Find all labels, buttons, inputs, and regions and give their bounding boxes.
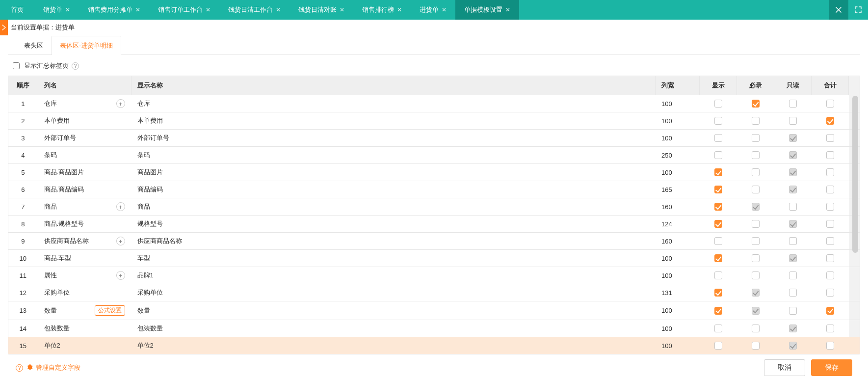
checkbox[interactable] <box>714 342 722 350</box>
cell-display[interactable]: 条码 <box>131 147 656 164</box>
close-icon[interactable]: ✕ <box>135 6 140 13</box>
cell-display[interactable]: 供应商商品名称 <box>131 233 656 250</box>
tab-home[interactable]: 首页 <box>0 0 34 20</box>
checkbox[interactable] <box>789 117 797 125</box>
inner-tab-1[interactable]: 表体区-进货单明细 <box>52 36 121 55</box>
checkbox[interactable] <box>826 325 834 332</box>
checkbox[interactable] <box>714 271 722 279</box>
checkbox[interactable] <box>826 342 834 350</box>
table-row[interactable]: 15单位2单位2100 <box>8 337 860 354</box>
cell-width[interactable]: 100 <box>656 130 700 147</box>
cell-display[interactable]: 品牌1 <box>131 267 656 284</box>
cell-display[interactable]: 单位2 <box>131 337 656 354</box>
th-show[interactable]: 显示 <box>700 76 737 95</box>
cell-width[interactable]: 100 <box>656 112 700 130</box>
th-total[interactable]: 合计 <box>812 76 849 95</box>
tab-2[interactable]: 销售订单工作台✕ <box>149 0 219 20</box>
checkbox[interactable] <box>714 151 722 159</box>
cell-display[interactable]: 采购单位 <box>131 284 656 301</box>
tab-6[interactable]: 进货单✕ <box>411 0 455 20</box>
checkbox[interactable] <box>752 134 760 142</box>
cell-display[interactable]: 车型 <box>131 250 656 267</box>
cell-width[interactable]: 100 <box>656 164 700 181</box>
add-icon[interactable]: + <box>116 271 125 280</box>
cell-display[interactable]: 商品图片 <box>131 164 656 181</box>
checkbox[interactable] <box>789 271 797 279</box>
checkbox[interactable] <box>789 307 797 315</box>
checkbox[interactable] <box>826 186 834 193</box>
cell-width[interactable]: 100 <box>656 95 700 112</box>
checkbox[interactable] <box>789 100 797 108</box>
table-row[interactable]: 9供应商商品名称+供应商商品名称160 <box>8 233 860 250</box>
checkbox[interactable] <box>826 237 834 245</box>
checkbox[interactable] <box>714 168 722 176</box>
checkbox[interactable] <box>826 271 834 279</box>
checkbox[interactable] <box>752 100 760 108</box>
checkbox[interactable] <box>826 289 834 297</box>
cell-display[interactable]: 外部订单号 <box>131 130 656 147</box>
checkbox[interactable] <box>826 134 834 142</box>
cell-width[interactable]: 100 <box>656 320 700 337</box>
table-row[interactable]: 10商品.车型车型100 <box>8 250 860 267</box>
checkbox[interactable] <box>826 203 834 211</box>
cell-width[interactable]: 100 <box>656 337 700 354</box>
cell-width[interactable]: 100 <box>656 250 700 267</box>
cell-display[interactable]: 规格型号 <box>131 216 656 233</box>
checkbox[interactable] <box>826 100 834 108</box>
checkbox[interactable] <box>752 168 760 176</box>
checkbox[interactable] <box>714 134 722 142</box>
checkbox[interactable] <box>752 271 760 279</box>
checkbox[interactable] <box>714 254 722 262</box>
checkbox[interactable] <box>714 220 722 228</box>
tab-5[interactable]: 销售排行榜✕ <box>353 0 411 20</box>
cell-width[interactable]: 100 <box>656 267 700 284</box>
checkbox[interactable] <box>789 203 797 211</box>
checkbox[interactable] <box>714 117 722 125</box>
table-row[interactable]: 4条码条码250 <box>8 147 860 164</box>
checkbox[interactable] <box>826 307 834 315</box>
add-icon[interactable]: + <box>116 99 125 108</box>
table-row[interactable]: 8商品.规格型号规格型号124 <box>8 216 860 233</box>
table-row[interactable]: 2本单费用本单费用100 <box>8 112 860 130</box>
table-row[interactable]: 5商品.商品图片商品图片100 <box>8 164 860 181</box>
checkbox[interactable] <box>826 254 834 262</box>
inner-tab-0[interactable]: 表头区 <box>16 36 52 55</box>
checkbox[interactable] <box>714 289 722 297</box>
checkbox[interactable] <box>752 186 760 193</box>
table-row[interactable]: 6商品.商品编码商品编码165 <box>8 181 860 198</box>
cell-display[interactable]: 商品 <box>131 198 656 216</box>
show-summary-checkbox[interactable] <box>13 62 20 69</box>
checkbox[interactable] <box>826 151 834 159</box>
tab-1[interactable]: 销售费用分摊单✕ <box>79 0 149 20</box>
th-display[interactable]: 显示名称 <box>131 76 656 95</box>
fullscreen-button[interactable] <box>848 0 868 20</box>
close-icon[interactable]: ✕ <box>206 6 210 13</box>
vertical-scrollbar-thumb[interactable] <box>852 96 858 253</box>
cell-width[interactable]: 165 <box>656 181 700 198</box>
table-row[interactable]: 13数量公式设置数量100 <box>8 301 860 320</box>
close-tabs-button[interactable] <box>829 0 848 20</box>
table-row[interactable]: 7商品+商品160 <box>8 198 860 216</box>
cell-display[interactable]: 本单费用 <box>131 112 656 130</box>
save-button[interactable]: 保存 <box>811 359 852 376</box>
manage-custom-fields-link[interactable]: 管理自定义字段 <box>36 363 80 372</box>
close-icon[interactable]: ✕ <box>505 6 510 13</box>
breadcrumb-expand-toggle[interactable] <box>0 20 8 35</box>
th-required[interactable]: 必录 <box>737 76 774 95</box>
tab-3[interactable]: 钱货日清工作台✕ <box>219 0 289 20</box>
cell-width[interactable]: 160 <box>656 198 700 216</box>
checkbox[interactable] <box>752 151 760 159</box>
checkbox[interactable] <box>752 117 760 125</box>
cell-width[interactable]: 160 <box>656 233 700 250</box>
cell-width[interactable]: 250 <box>656 147 700 164</box>
table-row[interactable]: 14包装数量包装数量100 <box>8 320 860 337</box>
checkbox[interactable] <box>826 168 834 176</box>
add-icon[interactable]: + <box>116 202 125 211</box>
checkbox[interactable] <box>752 254 760 262</box>
close-icon[interactable]: ✕ <box>442 6 447 13</box>
tab-0[interactable]: 销货单✕ <box>34 0 79 20</box>
table-row[interactable]: 1仓库+仓库100 <box>8 95 860 112</box>
th-readonly[interactable]: 只读 <box>774 76 812 95</box>
table-row[interactable]: 3外部订单号外部订单号100 <box>8 130 860 147</box>
checkbox[interactable] <box>714 186 722 193</box>
